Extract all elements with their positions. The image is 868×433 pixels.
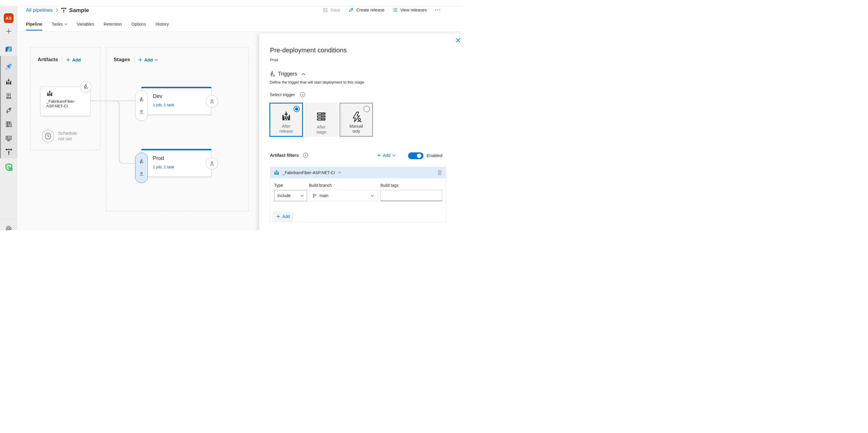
artifact-filters-toggle[interactable] bbox=[408, 153, 424, 159]
release-pipeline-editor: AS bbox=[0, 0, 462, 230]
add-project-button[interactable] bbox=[0, 28, 18, 34]
artifact-cd-trigger-badge[interactable] bbox=[80, 81, 92, 93]
overview-icon bbox=[5, 45, 13, 53]
dev-pre-deployment-conditions-button[interactable] bbox=[135, 91, 148, 121]
green-shield-icon bbox=[4, 163, 13, 171]
view-releases-label: View releases bbox=[400, 8, 427, 12]
command-bar: Save Create release View releases ··· bbox=[323, 7, 441, 13]
build-icon bbox=[46, 90, 53, 97]
chevron-right-icon bbox=[56, 8, 58, 12]
stage-tasks-link[interactable]: 1 job, 1 task bbox=[153, 103, 174, 107]
after-stage-servers-icon bbox=[305, 111, 338, 122]
tab-tasks[interactable]: Tasks bbox=[52, 22, 67, 31]
close-panel-button[interactable] bbox=[454, 36, 462, 44]
toggle-state-label: Enabled bbox=[427, 153, 442, 158]
info-icon[interactable]: i bbox=[300, 92, 305, 97]
sidebar-item-overview[interactable] bbox=[0, 45, 18, 53]
breadcrumb: All pipelines Sample bbox=[26, 7, 89, 13]
sidebar-item-task-groups[interactable] bbox=[0, 135, 18, 142]
add-row-label: Add bbox=[282, 214, 290, 219]
trigger-lightning-gear-icon bbox=[270, 71, 275, 77]
sidebar-divider-bottom bbox=[3, 219, 13, 220]
view-releases-button[interactable]: View releases bbox=[393, 7, 427, 13]
pre-deployment-conditions-panel: Pre-deployment conditions Prod Triggers … bbox=[259, 34, 462, 230]
sidebar-item-deployment-groups[interactable] bbox=[0, 149, 18, 156]
build-tags-input[interactable] bbox=[380, 190, 442, 201]
release-box-icon bbox=[5, 93, 12, 99]
rocket-icon bbox=[348, 7, 354, 13]
stages-title: Stages bbox=[114, 57, 130, 63]
create-release-button[interactable]: Create release bbox=[348, 7, 384, 13]
plus-icon bbox=[66, 58, 70, 62]
plus-icon bbox=[6, 28, 12, 34]
sidebar-item-security-extension[interactable] bbox=[0, 163, 18, 171]
plus-icon bbox=[276, 214, 280, 219]
org-avatar[interactable]: AS bbox=[4, 13, 13, 23]
tab-retention[interactable]: Retention bbox=[104, 22, 122, 31]
sidebar-item-release-pipelines[interactable] bbox=[0, 106, 18, 113]
filter-artifact-name: _FabrikamFiber-ASP.NET-CI bbox=[282, 170, 335, 175]
select-trigger-row: Select trigger i bbox=[270, 92, 305, 97]
artifact-name: _FabrikamFiber-ASP.NET-CI bbox=[46, 99, 86, 108]
stage-card-prod[interactable]: Prod 1 job, 1 task bbox=[141, 149, 211, 177]
schedule-hexagon-clock-icon bbox=[41, 129, 55, 144]
chevron-down-icon bbox=[392, 155, 396, 157]
stage-tasks-link[interactable]: 1 job, 1 task bbox=[153, 165, 174, 169]
add-filter-label: Add bbox=[383, 153, 391, 158]
schedule-trigger[interactable] bbox=[41, 129, 55, 144]
trash-icon bbox=[437, 170, 442, 175]
type-select[interactable]: Include bbox=[274, 190, 307, 201]
sidebar-item-builds[interactable] bbox=[0, 78, 18, 85]
radio-selected-icon[interactable] bbox=[293, 106, 300, 112]
trigger-option-after-stage[interactable]: After stage bbox=[305, 103, 338, 137]
artifacts-section: Artifacts Add _FabrikamFiber-ASP.NET-CI bbox=[30, 47, 100, 150]
tab-options[interactable]: Options bbox=[131, 22, 146, 31]
artifact-filter-card: _FabrikamFiber-ASP.NET-CI Type Build bra… bbox=[270, 167, 446, 222]
create-release-label: Create release bbox=[356, 8, 384, 12]
sidebar: AS bbox=[0, 6, 18, 230]
panel-title: Pre-deployment conditions bbox=[270, 46, 346, 54]
more-actions-button[interactable]: ··· bbox=[435, 8, 441, 12]
trigger-option-after-release[interactable]: After release bbox=[270, 103, 303, 137]
sidebar-item-settings[interactable] bbox=[0, 225, 18, 230]
plus-icon bbox=[377, 153, 381, 157]
sidebar-item-library[interactable] bbox=[0, 121, 18, 128]
top-strip bbox=[0, 0, 462, 6]
person-icon bbox=[209, 99, 215, 104]
select-trigger-label: Select trigger bbox=[270, 92, 295, 97]
tab-variables[interactable]: Variables bbox=[77, 22, 94, 31]
add-artifact-label: Add bbox=[72, 57, 81, 62]
artifact-filters-header: Artifact filters i bbox=[270, 153, 308, 158]
add-artifact-filter-button[interactable]: Add bbox=[377, 153, 396, 158]
stages-section: Stages Add bbox=[106, 47, 248, 211]
build-branch-select[interactable]: main bbox=[309, 190, 378, 201]
artifacts-title: Artifacts bbox=[38, 57, 58, 63]
tab-pipeline[interactable]: Pipeline bbox=[26, 22, 42, 31]
artifact-filter-row-header[interactable]: _FabrikamFiber-ASP.NET-CI bbox=[270, 167, 446, 178]
gear-icon bbox=[5, 225, 12, 230]
branch-value: main bbox=[319, 193, 328, 198]
sidebar-item-pipelines[interactable] bbox=[0, 63, 18, 71]
prod-post-deployment-conditions-button[interactable] bbox=[206, 157, 218, 169]
prod-pre-deployment-conditions-button[interactable] bbox=[135, 153, 148, 183]
delete-filter-button[interactable] bbox=[437, 170, 442, 175]
save-button[interactable]: Save bbox=[323, 7, 340, 13]
add-filter-row-button[interactable]: Add bbox=[273, 211, 293, 222]
save-label: Save bbox=[330, 8, 340, 12]
trigger-option-manual-only[interactable]: Manual only bbox=[340, 103, 373, 137]
pipelines-rocket-icon bbox=[5, 63, 13, 71]
add-stage-button[interactable]: Add bbox=[138, 57, 158, 62]
sidebar-item-releases[interactable] bbox=[0, 93, 18, 99]
dev-post-deployment-conditions-button[interactable] bbox=[206, 95, 218, 107]
chevron-up-icon[interactable] bbox=[338, 171, 341, 173]
stage-card-dev[interactable]: Dev 1 job, 1 task bbox=[141, 87, 211, 115]
add-artifact-button[interactable]: Add bbox=[66, 57, 81, 62]
artifacts-header: Artifacts Add bbox=[38, 57, 81, 63]
tab-history[interactable]: History bbox=[155, 22, 169, 31]
build-tags-label: Build tags bbox=[380, 183, 398, 188]
chevron-up-icon bbox=[302, 73, 305, 75]
triggers-section-header[interactable]: Triggers bbox=[270, 71, 305, 77]
panel-stage-name: Prod bbox=[270, 58, 278, 62]
breadcrumb-all-pipelines-link[interactable]: All pipelines bbox=[26, 7, 53, 13]
info-icon[interactable]: i bbox=[303, 153, 308, 158]
